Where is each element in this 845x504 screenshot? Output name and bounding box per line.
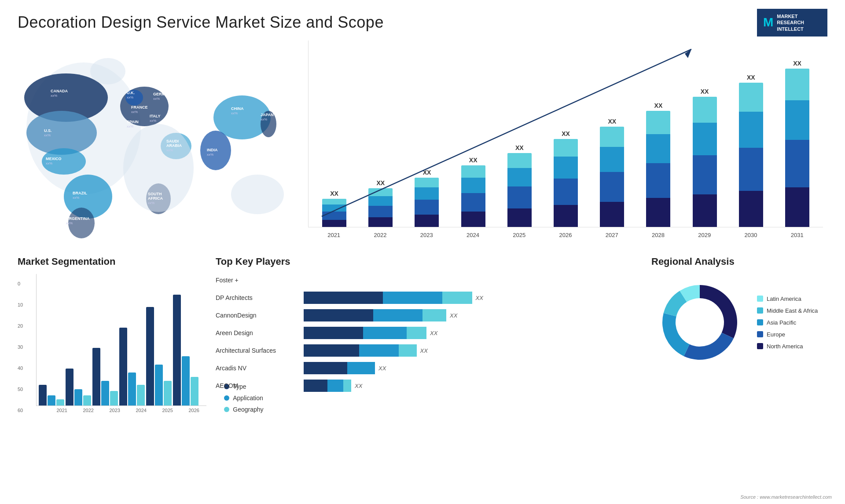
reg-legend-dot <box>757 296 763 302</box>
svg-text:xx%: xx% <box>44 133 51 137</box>
player-row: Arcadis NVXX <box>216 362 629 374</box>
svg-text:xx%: xx% <box>46 161 52 165</box>
player-bar-seg <box>422 309 446 321</box>
players-section: Top Key Players Foster +DP ArchitectsXXC… <box>207 252 638 463</box>
reg-legend-dot <box>757 307 763 314</box>
player-bar-seg <box>363 327 407 339</box>
top-row: CANADA xx% U.S. xx% MEXICO xx% BRAZIL xx… <box>13 36 832 243</box>
bar-seg <box>739 191 763 227</box>
bar-label-2029: XX <box>701 88 709 95</box>
bar-seg <box>461 193 485 212</box>
bar-seg <box>461 178 485 193</box>
players-list: Foster +DP ArchitectsXXCannonDesignXXAre… <box>216 274 629 392</box>
svg-text:ARABIA: ARABIA <box>166 143 182 148</box>
bar-seg <box>600 202 624 227</box>
bar-seg <box>646 134 670 163</box>
svg-point-2 <box>26 111 97 155</box>
seg-x-label: 2022 <box>76 408 101 413</box>
player-bar-bg: XX <box>304 327 629 339</box>
bar-label-2023: XX <box>423 169 431 176</box>
barchart-x-label-2022: 2022 <box>359 232 401 238</box>
page-title: Decoration Design Service Market Size an… <box>0 0 845 36</box>
player-row: AECOMXX <box>216 380 629 392</box>
bar-seg <box>461 212 485 227</box>
seg-y-label: 40 <box>18 365 23 371</box>
seg-bar <box>56 399 64 405</box>
svg-text:xx%: xx% <box>150 119 156 123</box>
logo-line2: RESEARCH <box>777 19 804 26</box>
seg-x-label: 2023 <box>102 408 127 413</box>
segmentation-section: Market Segmentation 6050403020100 202120… <box>13 252 198 463</box>
player-bar-bg: XX <box>304 362 629 374</box>
player-row: Architectural SurfacesXX <box>216 344 629 357</box>
seg-y-label: 0 <box>18 281 23 286</box>
svg-text:ARGENTINA: ARGENTINA <box>66 216 90 221</box>
bar-column-2031: XX <box>776 60 819 227</box>
donut-chart <box>651 274 748 371</box>
donut-center <box>678 300 722 344</box>
player-row: Areen DesignXX <box>216 327 629 339</box>
reg-legend-dot <box>757 343 763 349</box>
player-name: Areen Design <box>216 329 299 336</box>
svg-text:CANADA: CANADA <box>51 89 68 93</box>
svg-point-14 <box>231 175 284 214</box>
seg-y-label: 30 <box>18 344 23 350</box>
bar-column-2025: XX <box>498 144 541 227</box>
player-bar-bg: XX <box>304 344 629 357</box>
player-name: Foster + <box>216 277 299 284</box>
svg-marker-49 <box>685 49 691 58</box>
bar-seg <box>415 200 439 215</box>
svg-text:AFRICA: AFRICA <box>148 196 163 201</box>
seg-x-label: 2021 <box>49 408 74 413</box>
seg-bar-group-3 <box>119 328 145 405</box>
svg-text:xx%: xx% <box>231 111 238 115</box>
reg-legend-label: Middle East & Africa <box>767 307 818 314</box>
bar-column-2023: XX <box>405 169 448 227</box>
svg-text:xx%: xx% <box>153 97 160 101</box>
seg-bar <box>173 295 181 405</box>
player-name: CannonDesign <box>216 312 299 319</box>
logo: M MARKET RESEARCH INTELLECT <box>757 9 827 37</box>
bar-column-2029: XX <box>683 88 726 227</box>
player-bar <box>304 344 417 357</box>
bar-column-2021: XX <box>313 190 356 227</box>
bar-label-2027: XX <box>608 118 616 125</box>
reg-legend-label: Latin America <box>767 296 801 302</box>
svg-text:xx%: xx% <box>127 95 133 99</box>
seg-bar <box>191 377 198 405</box>
bar-seg <box>693 155 717 194</box>
bar-seg <box>785 69 809 100</box>
svg-text:xx%: xx% <box>131 110 138 114</box>
player-value: XX <box>430 330 437 336</box>
seg-bar <box>66 369 73 405</box>
seg-bar <box>83 395 91 405</box>
seg-y-labels: 6050403020100 <box>18 281 23 413</box>
player-name: AECOM <box>216 382 299 389</box>
player-bar-seg <box>407 327 426 339</box>
player-bar-seg <box>327 380 343 392</box>
bar-seg <box>322 199 346 205</box>
svg-text:GERMANY: GERMANY <box>153 92 173 96</box>
svg-text:SOUTH: SOUTH <box>148 192 162 196</box>
seg-bar <box>101 381 109 405</box>
svg-text:CHINA: CHINA <box>231 106 244 111</box>
seg-bar <box>92 348 100 405</box>
svg-text:xx%: xx% <box>207 153 213 157</box>
bar-seg <box>785 187 809 227</box>
bar-column-2028: XX <box>637 102 680 227</box>
seg-x-label: 2024 <box>129 408 154 413</box>
player-bar-seg <box>359 344 399 357</box>
svg-text:ITALY: ITALY <box>150 114 161 118</box>
bar-column-2030: XX <box>730 74 772 227</box>
bar-seg <box>507 208 532 227</box>
bar-seg <box>322 220 346 227</box>
world-map-svg: CANADA xx% U.S. xx% MEXICO xx% BRAZIL xx… <box>13 36 295 243</box>
seg-bar <box>110 391 118 405</box>
bar-seg <box>322 205 346 212</box>
player-bar-seg <box>347 362 375 374</box>
player-bar-seg <box>304 309 373 321</box>
seg-bar-group-1 <box>66 369 91 405</box>
seg-x-label: 2025 <box>155 408 180 413</box>
bar-seg <box>739 112 763 148</box>
player-bar-bg <box>304 274 629 286</box>
